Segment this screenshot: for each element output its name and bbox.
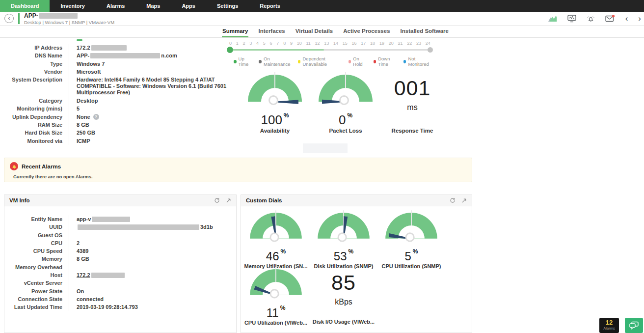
field-value: 172.2 xyxy=(69,44,238,52)
hour-tick-label: 19 xyxy=(379,41,384,46)
recent-alarms-panel: Recent Alarms Currently there are no ope… xyxy=(4,158,472,182)
alarm-bell-icon[interactable] xyxy=(587,15,595,23)
hour-tick-label: 23 xyxy=(416,41,421,46)
redacted-value xyxy=(91,45,127,51)
help-icon[interactable]: ? xyxy=(93,114,99,120)
expand-icon[interactable] xyxy=(226,198,231,203)
legend-label: Down Time xyxy=(378,56,397,67)
gauge-dial xyxy=(318,213,370,245)
field-value: 8 GB xyxy=(69,255,226,263)
field-value: connected xyxy=(69,295,226,303)
field-row: IP Address172.2 xyxy=(0,44,238,52)
field-value xyxy=(69,263,226,271)
field-label: Guest OS xyxy=(4,231,69,239)
refresh-icon[interactable] xyxy=(214,197,220,203)
nav-item-dashboard[interactable]: Dashboard xyxy=(0,0,50,12)
expand-icon[interactable] xyxy=(461,198,467,203)
field-label: Monitoring (mins) xyxy=(0,105,69,112)
nav-item-reports[interactable]: Reports xyxy=(249,0,291,12)
timeline-start-dot[interactable] xyxy=(227,47,233,53)
gauge-hub xyxy=(405,232,415,242)
hour-tick-label: 1 xyxy=(236,41,239,46)
gauge-number: 11 xyxy=(267,306,279,319)
field-text: None xyxy=(77,113,90,121)
field-value: Windows 7 xyxy=(69,60,238,68)
big-number-unit: kBps xyxy=(335,298,352,306)
mail-icon[interactable] xyxy=(605,15,615,22)
legend-item: On Maintenance xyxy=(259,56,291,67)
redacted-value xyxy=(90,53,160,58)
hour-tick-label: 5 xyxy=(263,41,266,46)
legend-item: Dependent Unavailable xyxy=(298,56,342,67)
custom-dials-actions xyxy=(450,197,467,203)
tab-active-processes[interactable]: Active Processes xyxy=(343,26,390,37)
custom-dials-title: Custom Dials xyxy=(246,197,282,203)
alarm-count-badge[interactable]: 12 Alarms xyxy=(599,318,619,333)
hour-tick-label: 3 xyxy=(249,41,252,46)
big-number-unit: ms xyxy=(407,103,417,112)
field-text: 4389 xyxy=(77,247,88,255)
tab-installed-software[interactable]: Installed Software xyxy=(400,26,449,37)
field-text: n.com xyxy=(161,52,177,59)
hour-tick-label: 12 xyxy=(315,41,320,46)
nav-item-apps[interactable]: Apps xyxy=(171,0,206,12)
refresh-icon[interactable] xyxy=(450,197,456,203)
redacted-value xyxy=(78,224,199,230)
cpu-utilization-viweb-gauge: 11%CPU Utilization (VIWeb... xyxy=(242,269,310,325)
field-row: RAM Size8 GB xyxy=(0,121,238,129)
field-value: 8 GB xyxy=(69,121,238,129)
field-text: 2019-03-19 09:28:14.793 xyxy=(77,303,138,311)
tab-interfaces[interactable]: Interfaces xyxy=(258,26,285,37)
device-status-accent xyxy=(18,13,20,24)
hour-tick-label: 6 xyxy=(270,41,272,46)
field-row: VendorMicrosoft xyxy=(0,68,238,76)
field-value: On xyxy=(69,287,226,295)
gauge-value: 100% xyxy=(261,112,289,128)
tab-virtual-details[interactable]: Virtual Details xyxy=(295,26,334,37)
gauge-tick xyxy=(275,210,276,225)
gauge-hub xyxy=(270,232,279,242)
custom-dials-row-2: 11%CPU Utilization (VIWeb... 85kBpsDisk … xyxy=(241,269,472,325)
timeline-track-fill xyxy=(228,49,324,51)
chat-button[interactable] xyxy=(625,318,643,333)
field-value xyxy=(69,279,226,287)
gauge-tick xyxy=(275,267,276,282)
gauge-hub xyxy=(268,95,278,105)
field-label: System Description xyxy=(0,76,69,97)
custom-dials-row-1: 46%Memory Utilization (SN... 53%Disk Uti… xyxy=(241,213,472,268)
legend-dot xyxy=(259,60,262,63)
field-label: Monitored via xyxy=(0,137,69,145)
nav-item-inventory[interactable]: Inventory xyxy=(50,0,96,12)
field-row: CPU2 xyxy=(4,239,236,247)
alarm-count-label: Alarms xyxy=(599,326,619,331)
field-row: Connection Stateconnected xyxy=(4,295,236,303)
timeline-end-dot[interactable] xyxy=(428,47,433,53)
hour-tick-label: 16 xyxy=(352,41,357,46)
device-header: ‹ APP- Desktop | Windows 7 | SNMP | VMwa… xyxy=(0,12,644,26)
field-value: APP-n.com xyxy=(69,52,238,59)
hour-tick-label: 0 xyxy=(229,41,232,46)
nav-item-alarms[interactable]: Alarms xyxy=(96,0,135,12)
gauge-unit: % xyxy=(280,305,286,311)
previous-device-button[interactable]: ‹ xyxy=(625,14,628,23)
field-label: Uplink Dependency xyxy=(0,113,69,121)
field-label: Power State xyxy=(4,287,69,295)
device-subtitle: Desktop | Windows 7 | SNMP | VMware-VM xyxy=(24,20,114,25)
performance-chart-icon[interactable] xyxy=(548,15,557,22)
field-row: DNS NameAPP-n.com xyxy=(0,52,238,59)
nav-item-maps[interactable]: Maps xyxy=(135,0,171,12)
field-text: Windows 7 xyxy=(77,60,105,68)
legend-dot xyxy=(234,60,237,63)
hour-tick-label: 17 xyxy=(361,41,366,46)
next-device-button[interactable]: › xyxy=(638,14,641,23)
field-link[interactable]: 172.2 xyxy=(77,271,90,279)
device-title: APP- xyxy=(24,12,114,19)
nav-item-settings[interactable]: Settings xyxy=(206,0,249,12)
timeline-legend: Up TimeOn MaintenanceDependent Unavailab… xyxy=(228,56,431,67)
back-button[interactable]: ‹ xyxy=(4,14,14,23)
tab-summary[interactable]: Summary xyxy=(222,26,248,37)
field-value: 4389 xyxy=(69,247,226,255)
gauge-unit: % xyxy=(281,248,286,255)
device-snapshot-icon[interactable] xyxy=(567,15,576,23)
gauge-value: 0% xyxy=(339,112,352,128)
